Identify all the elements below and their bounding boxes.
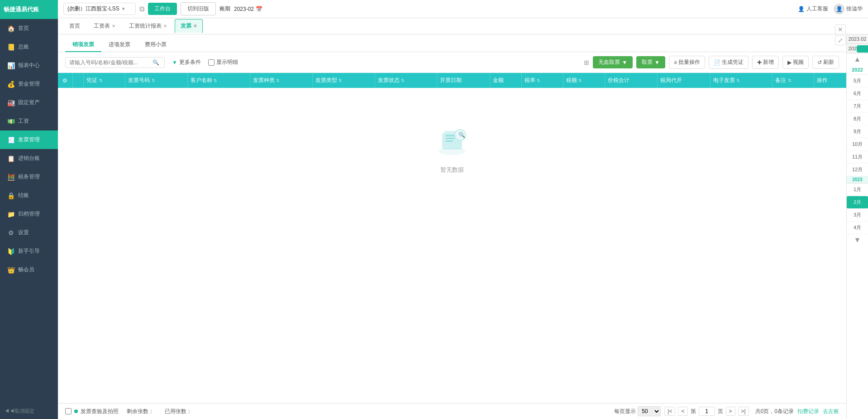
expand-panel-icon[interactable]: ⤢ <box>835 35 846 45</box>
go-left-link[interactable]: 去左账 <box>823 408 839 415</box>
col-invoice_category[interactable]: 发票类型 ⇅ <box>312 73 375 88</box>
col-client_name[interactable]: 客户名称 ⇅ <box>188 73 250 88</box>
batch-ops-icon: ≡ <box>674 59 677 66</box>
col-check[interactable] <box>72 73 84 88</box>
generate-cert-button[interactable]: 📄 生成凭证 <box>709 56 749 69</box>
sub-tab-sales[interactable]: 销项发票 <box>65 38 101 52</box>
cal-month-2022-7月[interactable]: 7月 <box>847 100 868 113</box>
app-logo[interactable]: 畅捷通易代账 <box>0 0 58 19</box>
show-detail-checkbox[interactable]: 显示明细 <box>208 58 238 66</box>
cal-month-2023-active[interactable]: 2月 <box>847 196 868 209</box>
fetch-button[interactable]: 取票 ▼ <box>636 56 665 68</box>
close-panel-icon[interactable]: ✕ <box>835 24 846 34</box>
sub-tab-expense[interactable]: 费用小票 <box>138 38 174 52</box>
sidebar-item-home[interactable]: 🏠首页 <box>0 19 58 38</box>
user-profile[interactable]: 👤 徐溢华 <box>834 4 863 14</box>
new-button[interactable]: ✚ 新增 <box>752 56 779 69</box>
sidebar-item-reports[interactable]: 📊报表中心 <box>0 56 58 75</box>
col-amount[interactable]: 金额 <box>490 73 521 88</box>
col-tax_code[interactable]: 税局代开 <box>658 73 710 88</box>
support-icon: 👤 <box>798 6 805 12</box>
sidebar-label-member: 畅会员 <box>18 266 34 274</box>
sidebar-item-closing[interactable]: 🔒结账 <box>0 186 58 205</box>
cal-header-1: 2023.02 <box>847 34 868 44</box>
col-settings[interactable]: ⚙ <box>58 73 72 88</box>
cal-scroll-down[interactable]: ▼ <box>847 234 868 246</box>
workbench-button[interactable]: 工作台 <box>148 3 177 15</box>
cal-month-2022-8月[interactable]: 8月 <box>847 113 868 125</box>
prev-page-button[interactable]: < <box>678 407 687 416</box>
cal-month-2022-5月[interactable]: 5月 <box>847 75 868 87</box>
sub-tab-purchase[interactable]: 进项发票 <box>101 38 138 52</box>
search-input[interactable] <box>69 59 151 66</box>
unpin-button[interactable]: ◀◀取消固定 <box>0 403 58 419</box>
cal-month-2023-1月[interactable]: 1月 <box>847 183 868 196</box>
tab-home[interactable]: 首页 <box>63 19 86 33</box>
sidebar: 畅捷通易代账 🏠首页📒总账📊报表中心💰资金管理🏭固定资产💵工资🧾发票管理📋进销台… <box>0 0 58 419</box>
company-selector[interactable]: (勿删）江西股宝-LSS ▼ <box>63 3 136 15</box>
tab-close-invoice[interactable]: ✕ <box>193 24 197 29</box>
period-calendar-icon[interactable]: 📅 <box>256 6 262 12</box>
col-invoice_no[interactable]: 发票号码 ⇅ <box>125 73 188 88</box>
refresh-button[interactable]: ↺ 刷新 <box>812 56 839 69</box>
col-e_invoice[interactable]: 电子发票 ⇅ <box>710 73 773 88</box>
cal-month-2022-11月[interactable]: 11月 <box>847 151 868 164</box>
tab-close-salary_report[interactable]: ✕ <box>163 24 167 29</box>
video-button[interactable]: ▶ 视频 <box>782 56 809 69</box>
no-tax-button[interactable]: 无血取票 ▼ <box>593 56 633 68</box>
col-ops[interactable]: 操作 <box>814 73 846 88</box>
switch-old-button[interactable]: 切到旧版 <box>181 2 216 15</box>
last-page-button[interactable]: >| <box>738 407 749 416</box>
cal-month-2022-12月[interactable]: 12月 <box>847 164 868 176</box>
support-link[interactable]: 👤 人工客服 <box>798 5 828 13</box>
filter-button[interactable]: ▼ 更多条件 <box>168 57 205 68</box>
tab-invoice[interactable]: 发票✕ <box>175 19 203 33</box>
sidebar-item-fixed[interactable]: 🏭固定资产 <box>0 93 58 112</box>
copy-icon[interactable]: ⧉ <box>139 5 144 13</box>
new-icon: ✚ <box>757 59 762 66</box>
col-invoice_type[interactable]: 发票种类 ⇅ <box>250 73 312 88</box>
cal-month-2022-6月[interactable]: 6月 <box>847 87 868 100</box>
add-record-link[interactable]: 扣费记录 <box>797 408 819 415</box>
cal-year-2023[interactable]: 2023 <box>847 176 868 183</box>
support-text: 人工客服 <box>806 5 828 13</box>
tab-salary_report[interactable]: 工资统计报表✕ <box>123 19 173 33</box>
open-period-button[interactable]: 开账日期 <box>857 45 868 53</box>
grid-view-icon[interactable]: ⊞ <box>584 59 589 66</box>
tab-salary[interactable]: 工资表✕ <box>88 19 121 33</box>
batch-ops-button[interactable]: ≡ 批量操作 <box>669 56 705 69</box>
sidebar-item-sales_ledger[interactable]: 📋进销台账 <box>0 149 58 168</box>
sidebar-item-tax[interactable]: 🧮税务管理 <box>0 168 58 186</box>
col-invoice_status[interactable]: 发票状态 ⇅ <box>375 73 437 88</box>
sidebar-item-funds[interactable]: 💰资金管理 <box>0 75 58 93</box>
sidebar-item-member[interactable]: 👑畅会员 <box>0 260 58 279</box>
col-open_date[interactable]: 开票日期 <box>437 73 490 88</box>
sidebar-item-ledger[interactable]: 📒总账 <box>0 38 58 56</box>
sidebar-item-salary[interactable]: 💵工资 <box>0 112 58 130</box>
cal-scroll-up[interactable]: ▲ <box>847 53 868 65</box>
search-icon[interactable]: 🔍 <box>153 59 159 66</box>
per-page-select[interactable]: 50 10 20 100 <box>638 406 661 416</box>
sidebar-item-settings[interactable]: ⚙设置 <box>0 223 58 242</box>
cal-year-2022[interactable]: 2022 <box>847 65 868 75</box>
verify-checkbox[interactable] <box>65 408 72 414</box>
tab-close-salary[interactable]: ✕ <box>112 24 115 29</box>
sidebar-item-invoice[interactable]: 🧾发票管理 <box>0 130 58 149</box>
sub-tab-label-purchase: 进项发票 <box>109 41 130 48</box>
col-tax[interactable]: 税额 ⇅ <box>563 73 605 88</box>
col-note[interactable]: 备注 ⇅ <box>773 73 814 88</box>
cal-month-2023-4月[interactable]: 4月 <box>847 222 868 234</box>
cal-month-2023-3月[interactable]: 3月 <box>847 209 868 222</box>
sidebar-item-archive[interactable]: 📁归档管理 <box>0 205 58 223</box>
next-page-button[interactable]: > <box>726 407 735 416</box>
page-input[interactable] <box>699 407 715 416</box>
col-tax_rate[interactable]: 税率 ⇅ <box>521 73 563 88</box>
cal-month-2022-9月[interactable]: 9月 <box>847 125 868 138</box>
first-page-button[interactable]: |< <box>664 407 675 416</box>
col-cert[interactable]: 凭证 ⇅ <box>84 73 125 88</box>
col-tax_total[interactable]: 价税合计 <box>605 73 658 88</box>
show-detail-check[interactable] <box>208 59 215 66</box>
search-box[interactable]: 🔍 <box>65 57 165 68</box>
sidebar-item-guide[interactable]: 🔰新手引导 <box>0 242 58 260</box>
cal-month-2022-10月[interactable]: 10月 <box>847 138 868 151</box>
